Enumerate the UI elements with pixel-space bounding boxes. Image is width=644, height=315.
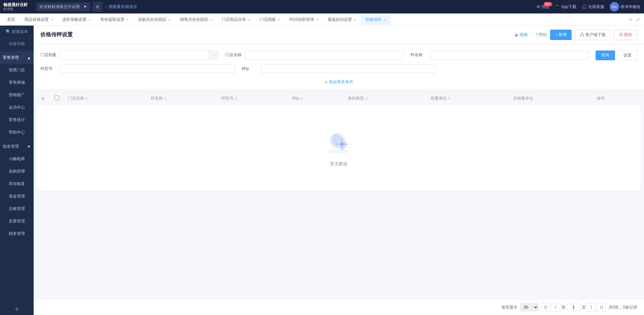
store-file-dots-btn[interactable]: ··· (209, 51, 218, 59)
top-bar: 畅捷通好业财 标准版 好业财标准版交付试用 ▼ ⚙ ○ 我要看实例演示 ✉ 消息… (0, 0, 644, 13)
th-checkbox[interactable] (50, 92, 64, 105)
video-link[interactable]: ▶ 视频 (515, 32, 528, 38)
th-barcode-type: 条码类型 ⇅ (344, 92, 427, 105)
demo-link[interactable]: ○ 我要看实例演示 (105, 4, 137, 10)
page-suffix: 页 (582, 305, 586, 310)
tab-home[interactable]: 首页 (3, 14, 20, 25)
action-divider: | (531, 32, 532, 37)
scale-ip-input[interactable] (261, 64, 436, 73)
table-header-row: ⚙ 门店名称 ⇅ 秤名称 (37, 92, 641, 105)
first-page-btn[interactable]: ⟨⟨ (541, 303, 550, 312)
user-menu[interactable]: Ea 徐泽华修改 (610, 2, 641, 11)
message-icon: ✉ (537, 4, 540, 9)
store-file-label: 门店档案 (40, 52, 57, 58)
help-link[interactable]: ? 帮助 (535, 32, 547, 38)
next-page-btn[interactable]: ⟩ (587, 303, 596, 312)
sidebar-item-marketing[interactable]: 营销推广 (0, 89, 34, 101)
download-icon: 📱 (555, 4, 560, 9)
sidebar-search[interactable]: 🔍 搜索菜单 (0, 26, 34, 38)
filter-scale-name: 秤名称 (410, 50, 589, 60)
sidebar-item-retail-mall[interactable]: 零售商城 (0, 76, 34, 89)
tab-sale-price[interactable]: 售价提取设置 × (96, 14, 133, 25)
sidebar-item-inventory[interactable]: 库存核算 (0, 178, 34, 190)
sidebar-item-xiaochang-ec[interactable]: 小畅电商 (0, 153, 34, 165)
table-wrapper: ⚙ 门店名称 ⇅ 秤名称 (34, 92, 644, 299)
empty-cell: 暂无数据 (37, 105, 641, 191)
online-service-btn[interactable]: 🎧 在线客服 (582, 4, 604, 10)
close-tab-min-discount[interactable]: × (354, 18, 356, 22)
th-settings[interactable]: ⚙ (37, 92, 50, 105)
th-scale-model: 秤型号 ⇅ (217, 92, 288, 105)
sort-scale-name[interactable]: 秤名称 ⇅ (151, 96, 213, 101)
sidebar-item-fund-mgmt[interactable]: 资金管理 (0, 190, 34, 203)
sidebar-settings-btn[interactable]: ⚙ (0, 303, 34, 315)
sort-weight-unit[interactable]: 称重单位 ⇅ (431, 96, 505, 101)
download-button[interactable]: 凸 客户端下载 (575, 30, 610, 40)
tab-pos-management[interactable]: POS加密管理 × (285, 14, 323, 25)
sidebar-quick-nav[interactable]: 快捷导航 (0, 38, 34, 50)
sidebar-item-tax-mgmt[interactable]: 税务管理 (0, 228, 34, 240)
store-name-input[interactable] (245, 51, 404, 60)
sort-scale-model[interactable]: 秤型号 ⇅ (221, 96, 284, 101)
tab-sale-history[interactable]: 销售历史价跟踪 × (176, 14, 217, 25)
close-tab-store-catalog[interactable]: × (248, 18, 250, 22)
store-file-input[interactable] (60, 51, 209, 59)
add-button[interactable]: + 新增 (550, 30, 572, 40)
sidebar-item-smart-store[interactable]: 智慧门店 (0, 64, 34, 76)
sort-scale-ip[interactable]: 秤ip ⇅ (292, 96, 340, 101)
close-tab-price-scale[interactable]: × (384, 18, 386, 22)
delete-button[interactable]: 自 删除 (614, 30, 637, 40)
version-selector[interactable]: 好业财标准版交付试用 ▼ (36, 3, 90, 11)
close-tab-pos-management[interactable]: × (316, 18, 318, 22)
store-name-label: 门店名称 (225, 52, 242, 58)
scale-name-input[interactable] (430, 51, 589, 60)
close-window-btn[interactable]: × (628, 16, 633, 23)
tab-price-scale[interactable]: 价格传秤 × (361, 14, 390, 25)
sort-store-name[interactable]: 门店名称 ⇅ (68, 96, 143, 101)
close-tab-sale-history[interactable]: × (210, 18, 212, 22)
sidebar-item-retail-stats[interactable]: 零售统计 (0, 114, 34, 126)
last-page-btn[interactable]: ⟩⟩ (597, 303, 606, 312)
close-tab-sale-price[interactable]: × (127, 18, 129, 22)
close-tab-purchase-strategy[interactable]: × (88, 18, 91, 22)
chevron-down-icon: ▼ (83, 4, 87, 9)
close-tab-purchase-history[interactable]: × (168, 18, 170, 22)
filter-empty-3 (443, 64, 637, 73)
sidebar-item-invoice-mgmt[interactable]: 发票管理 (0, 215, 34, 228)
sidebar-item-retail-mgmt[interactable]: 零售管理 ▲ (0, 51, 34, 64)
tab-store-file[interactable]: 门店档案 × (255, 14, 284, 25)
close-tab-commodity-price[interactable]: × (51, 18, 53, 22)
messages-btn[interactable]: ✉ 消息 99+ (537, 4, 549, 10)
tab-purchase-strategy[interactable]: 进价策略设置 × (58, 14, 95, 25)
app-download-btn[interactable]: 📱 App下载 (555, 4, 576, 10)
tab-min-discount[interactable]: 最低折扣设置 × (323, 14, 360, 25)
collapse-button[interactable]: ∧ 收起更多条件 (40, 77, 637, 89)
settings-icon[interactable]: ⚙ (93, 2, 102, 11)
sidebar-item-purchase-mgmt[interactable]: 采购管理 (0, 165, 34, 178)
tab-commodity-price[interactable]: 商品价格设置 × (20, 14, 57, 25)
query-button[interactable]: 查询 (596, 50, 615, 60)
sidebar-item-member-center[interactable]: 会员中心 (0, 101, 34, 114)
page-input[interactable] (567, 304, 580, 311)
sidebar: 🔍 搜索菜单 快捷导航 零售管理 ▲ 智慧门店 零售商城 营销推广 会员中心 零… (0, 26, 34, 315)
sidebar-item-general-ledger[interactable]: 总账管理 (0, 203, 34, 215)
empty-text: 暂无数据 (330, 161, 348, 167)
maximize-btn[interactable]: ⤢ (635, 16, 641, 23)
sort-icon-weight-unit: ⇅ (448, 97, 451, 100)
sort-barcode-type[interactable]: 条码类型 ⇅ (348, 96, 423, 101)
th-operation: 操作 (593, 92, 641, 105)
select-all-checkbox[interactable] (55, 96, 59, 100)
page-size-select[interactable]: 50 10 20 100 (520, 303, 539, 311)
messages-badge: 99+ (544, 2, 552, 6)
sidebar-item-help-center[interactable]: 帮助中心 (0, 126, 34, 139)
sidebar-item-wholesale-mgmt[interactable]: 批发管理 ▼ (0, 140, 34, 153)
tab-purchase-history[interactable]: 采购历史价跟踪 × (134, 14, 175, 25)
close-tab-store-file[interactable]: × (278, 18, 280, 22)
data-table: ⚙ 门店名称 ⇅ 秤名称 (37, 92, 641, 191)
tab-store-catalog[interactable]: 门店商品目录 × (217, 14, 254, 25)
scale-model-input[interactable] (60, 64, 235, 73)
filter-store-name: 门店名称 (225, 50, 404, 60)
prev-page-btn[interactable]: ⟨ (551, 303, 560, 312)
search-icon: 🔍 (6, 29, 11, 34)
settings-filter-button[interactable]: 设置 (618, 50, 637, 60)
